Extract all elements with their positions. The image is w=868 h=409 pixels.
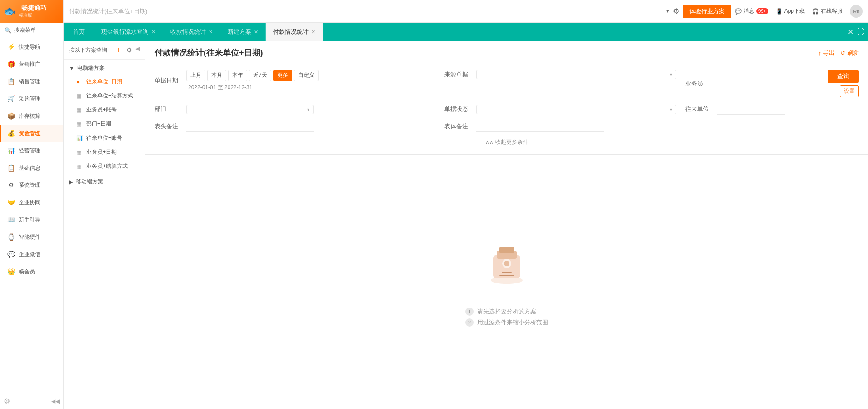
scheme-panel-header: 按以下方案查询 + ⚙ ◀ xyxy=(64,41,145,60)
sidebar-collapse-icon[interactable]: ◀◀ xyxy=(51,398,60,404)
online-service-action[interactable]: 🎧 在线客服 xyxy=(812,7,843,15)
user-avatar[interactable]: Rit xyxy=(850,5,863,18)
scheme-panel-title: 按以下方案查询 xyxy=(69,46,114,54)
partner-input[interactable] xyxy=(717,104,785,115)
sidebar-search-label: 搜索菜单 xyxy=(14,26,36,34)
tab-payment-stats-close[interactable]: ✕ xyxy=(311,30,315,35)
date-btn-custom[interactable]: 自定义 xyxy=(294,70,319,81)
date-btn-7days[interactable]: 近7天 xyxy=(249,70,271,81)
export-icon: ↑ xyxy=(818,50,822,56)
tab-collection-stats-close[interactable]: ✕ xyxy=(209,30,213,35)
settings-link[interactable]: 设置 xyxy=(840,85,859,97)
source-select[interactable]: ▾ xyxy=(476,70,676,79)
date-range-display: 2022-01-01 至 2022-12-31 xyxy=(188,84,252,91)
date-btn-last-month[interactable]: 上月 xyxy=(186,70,205,81)
sidebar-item-basic-info[interactable]: 📋 基础信息 xyxy=(0,159,63,177)
app-download-action[interactable]: 📱 App下载 xyxy=(776,7,805,15)
scheme-desktop-group-header[interactable]: ▼ 电脑端方案 xyxy=(64,61,145,75)
sidebar-item-member[interactable]: 👑 畅会员 xyxy=(0,263,63,280)
scheme-item-icon: ▦ xyxy=(76,107,84,113)
topbar-settings-icon[interactable]: ⚙ xyxy=(673,7,679,15)
topbar-actions: 💬 消息 99+ 📱 App下载 🎧 在线客服 Rit xyxy=(735,5,863,18)
page-title: 付款情况统计(往来单位+日期) xyxy=(155,47,818,58)
sidebar-item-beginner[interactable]: 📖 新手引导 xyxy=(0,211,63,228)
quick-nav-icon: ⚡ xyxy=(7,43,15,51)
empty-tip-1-text: 请先选择要分析的方案 xyxy=(477,308,536,316)
sidebar-item-operations[interactable]: 📊 经营管理 xyxy=(0,142,63,159)
sidebar-item-sales[interactable]: 📋 销售管理 xyxy=(0,73,63,90)
topbar-dropdown-icon[interactable]: ▾ xyxy=(666,8,669,15)
tab-collection-stats-label: 收款情况统计 xyxy=(170,28,206,36)
collapse-filter-btn[interactable]: ∧∧ 收起更多条件 xyxy=(481,136,533,148)
export-btn[interactable]: ↑ 导出 xyxy=(818,49,835,57)
scheme-item-staff-account[interactable]: ▦ 业务员+账号 xyxy=(64,103,145,117)
tab-cash-flow[interactable]: 现金银行流水查询 ✕ xyxy=(94,23,163,41)
query-btn[interactable]: 查询 xyxy=(828,70,859,83)
sidebar-item-finance[interactable]: 💰 资金管理 xyxy=(0,125,63,142)
tip-num-2: 2 xyxy=(465,318,474,327)
body-note-input[interactable] xyxy=(476,121,604,132)
sidebar-item-quick-nav[interactable]: ⚡ 快捷导航 xyxy=(0,38,63,56)
refresh-btn[interactable]: ↺ 刷新 xyxy=(840,49,859,57)
scheme-item-staff-date[interactable]: ▦ 业务员+日期 xyxy=(64,145,145,159)
scheme-item-label: 往来单位+结算方式 xyxy=(86,92,133,100)
sidebar-settings-icon[interactable]: ⚙ xyxy=(4,397,10,405)
voucher-status-select[interactable]: ▾ xyxy=(476,105,676,114)
sidebar-header: 🐟 畅捷通巧 标准版 xyxy=(0,0,63,23)
inventory-icon: 📦 xyxy=(7,112,15,120)
scheme-mobile-group[interactable]: ▶ 移动端方案 xyxy=(64,175,145,188)
tab-cash-flow-close[interactable]: ✕ xyxy=(151,30,155,35)
avatar-text: Rit xyxy=(853,9,859,14)
tab-close-all-icon[interactable]: ✕ xyxy=(848,28,853,36)
purchase-icon: 🛒 xyxy=(7,95,15,103)
message-action[interactable]: 💬 消息 99+ xyxy=(735,7,768,15)
date-btn-this-month[interactable]: 本月 xyxy=(207,70,226,81)
sidebar-item-label: 资金管理 xyxy=(19,130,40,137)
date-btn-this-year[interactable]: 本年 xyxy=(228,70,247,81)
sidebar-search-item[interactable]: 🔍 搜索菜单 xyxy=(0,23,63,38)
collapse-icon: ∧∧ xyxy=(485,139,494,146)
salesman-input[interactable] xyxy=(717,78,785,89)
content-area: 按以下方案查询 + ⚙ ◀ ▼ 电脑端方案 ● 往来单位+日期 xyxy=(64,41,868,409)
scheme-item-label: 往来单位+账号 xyxy=(86,134,122,142)
scheme-item-dept-date[interactable]: ▦ 部门+日期 xyxy=(64,117,145,131)
scheme-item-unit-settlement[interactable]: ▦ 往来单位+结算方式 xyxy=(64,89,145,103)
sidebar-version-text: 标准版 xyxy=(19,12,47,19)
sidebar-item-purchase[interactable]: 🛒 采购管理 xyxy=(0,90,63,107)
date-label: 单据日期 xyxy=(155,76,186,85)
sidebar-item-inventory[interactable]: 📦 库存核算 xyxy=(0,107,63,125)
scheme-item-icon: ▦ xyxy=(76,163,84,170)
scheme-panel-collapse-btn[interactable]: ◀ xyxy=(135,45,140,55)
trial-btn[interactable]: 体验行业方案 xyxy=(683,5,731,18)
sidebar-item-enterprise[interactable]: 🤝 企业协同 xyxy=(0,194,63,211)
sidebar-item-wechat[interactable]: 💬 企业微信 xyxy=(0,246,63,263)
sidebar-item-marketing[interactable]: 🎁 营销推广 xyxy=(0,56,63,73)
marketing-icon: 🎁 xyxy=(7,60,15,68)
tab-bar-end: ✕ ⛶ xyxy=(848,28,868,36)
tab-home[interactable]: 首页 xyxy=(64,23,94,41)
source-select-arrow: ▾ xyxy=(670,72,672,77)
header-note-input[interactable] xyxy=(186,121,314,132)
dept-select[interactable]: ▾ xyxy=(186,105,314,114)
refresh-icon: ↺ xyxy=(840,50,845,56)
scheme-item-staff-settlement[interactable]: ▦ 业务员+结算方式 xyxy=(64,159,145,173)
scheme-item-unit-account[interactable]: 📊 往来单位+账号 xyxy=(64,131,145,145)
date-btn-more[interactable]: 更多 xyxy=(273,70,292,81)
tab-new-scheme[interactable]: 新建方案 ✕ xyxy=(220,23,266,41)
partner-label: 往来单位 xyxy=(685,105,717,113)
sidebar-item-system[interactable]: ⚙ 系统管理 xyxy=(0,177,63,194)
source-label: 来源单据 xyxy=(444,71,476,79)
tab-expand-icon[interactable]: ⛶ xyxy=(857,28,864,36)
scheme-add-btn[interactable]: + xyxy=(114,45,123,55)
scheme-item-unit-date[interactable]: ● 往来单位+日期 xyxy=(64,75,145,89)
mobile-group-expand-icon: ▶ xyxy=(69,179,73,185)
sidebar-item-label: 基础信息 xyxy=(19,164,40,172)
tab-new-scheme-close[interactable]: ✕ xyxy=(254,30,258,35)
tab-payment-stats[interactable]: 付款情况统计 ✕ xyxy=(266,23,323,41)
empty-tip-2: 2 用过滤条件来缩小分析范围 xyxy=(465,318,548,327)
tab-collection-stats[interactable]: 收款情况统计 ✕ xyxy=(163,23,220,41)
main-area: 付款情况统计(往来单位+日期) ▾ ⚙ 体验行业方案 💬 消息 99+ 📱 Ap… xyxy=(64,0,868,409)
basic-info-icon: 📋 xyxy=(7,164,15,172)
scheme-settings-btn[interactable]: ⚙ xyxy=(125,45,134,55)
sidebar-item-hardware[interactable]: ⌚ 智能硬件 xyxy=(0,228,63,246)
